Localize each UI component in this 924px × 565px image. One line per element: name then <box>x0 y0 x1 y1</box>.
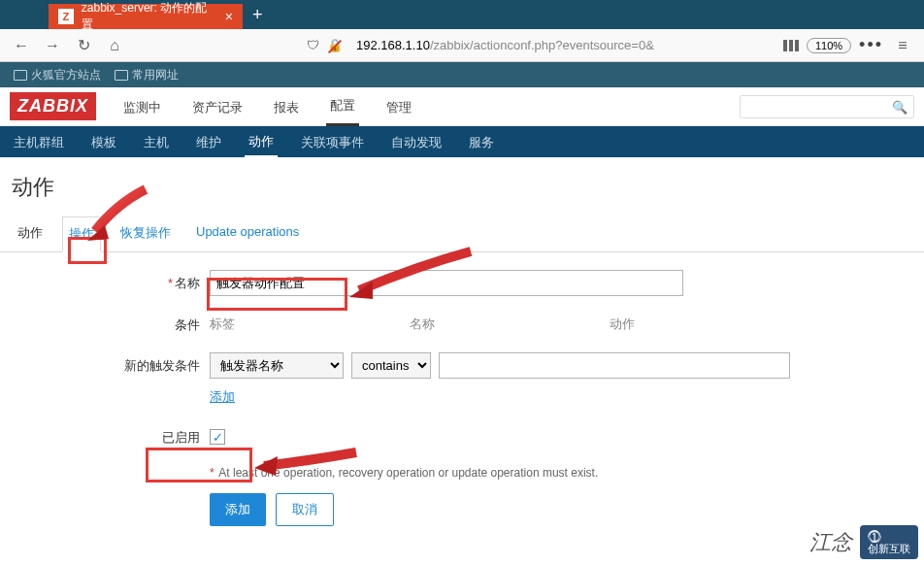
folder-icon <box>115 70 128 81</box>
forward-button[interactable]: → <box>41 34 64 57</box>
menu-icon[interactable]: ≡ <box>891 34 914 57</box>
search-input[interactable]: 🔍 <box>740 95 914 118</box>
url-domain: 192.168.1.10 <box>356 38 430 52</box>
insecure-lock-icon[interactable]: 🔒 <box>327 38 343 52</box>
conditions-label: 条件 <box>175 317 200 332</box>
condition-type-select[interactable]: 触发器名称 <box>210 352 344 379</box>
watermark-brand: ⓵创新互联 <box>860 525 918 559</box>
new-condition-label: 新的触发条件 <box>124 358 200 373</box>
hint-text: At least one operation, recovery operati… <box>218 466 598 480</box>
name-input[interactable] <box>210 270 683 296</box>
url-bar[interactable]: 192.168.1.10/zabbix/actionconf.php?event… <box>350 38 776 52</box>
page-actions-icon[interactable]: ••• <box>859 35 883 55</box>
nav-monitoring[interactable]: 监测中 <box>119 88 165 125</box>
tab-favicon: Z <box>58 9 74 24</box>
form-tabs: 动作 操作 恢复操作 Update operations <box>0 216 924 252</box>
add-condition-link[interactable]: 添加 <box>210 388 235 406</box>
subnav-templates[interactable]: 模板 <box>87 126 120 157</box>
bookmark-label: 常用网址 <box>132 67 179 83</box>
subnav-services[interactable]: 服务 <box>465 126 498 157</box>
condition-value-input[interactable] <box>439 352 790 379</box>
page-title: 动作 <box>0 157 924 216</box>
tab-update-operations[interactable]: Update operations <box>190 216 305 252</box>
tab-action[interactable]: 动作 <box>12 216 49 252</box>
enabled-checkbox[interactable]: ✓ <box>210 429 225 445</box>
cond-col-name: 名称 <box>410 316 435 333</box>
subnav-hostgroups[interactable]: 主机群组 <box>10 126 68 157</box>
app-content: ZABBIX 监测中 资产记录 报表 配置 管理 🔍 主机群组 模板 主机 维护… <box>0 87 924 565</box>
home-button[interactable]: ⌂ <box>103 34 126 57</box>
tab-operations[interactable]: 操作 <box>62 216 101 252</box>
main-nav: ZABBIX 监测中 资产记录 报表 配置 管理 🔍 <box>0 87 924 126</box>
reload-button[interactable]: ↻ <box>72 34 95 57</box>
zoom-badge[interactable]: 110% <box>807 38 851 53</box>
bookmark-label: 火狐官方站点 <box>31 67 101 83</box>
subnav-hosts[interactable]: 主机 <box>140 126 173 157</box>
subnav-maintenance[interactable]: 维护 <box>192 126 225 157</box>
browser-tab-strip: Z zabbix_server: 动作的配置 × + <box>0 0 924 29</box>
subnav-discovery[interactable]: 自动发现 <box>387 126 446 157</box>
browser-toolbar: ← → ↻ ⌂ 🛡 🔒 192.168.1.10/zabbix/actionco… <box>0 29 924 62</box>
tab-title: zabbix_server: 动作的配置 <box>82 0 217 33</box>
search-icon: 🔍 <box>892 100 908 115</box>
name-label: 名称 <box>175 276 200 290</box>
cancel-button[interactable]: 取消 <box>276 493 334 526</box>
bookmarks-bar: 火狐官方站点 常用网址 <box>0 62 924 87</box>
reader-mode-icon[interactable] <box>783 40 799 51</box>
nav-administration[interactable]: 管理 <box>382 88 415 125</box>
condition-op-select[interactable]: contains <box>351 352 431 379</box>
watermark-name: 江念 <box>809 528 852 557</box>
url-path: /zabbix/actionconf.php?eventsource=0& <box>430 38 654 52</box>
new-tab-button[interactable]: + <box>243 1 273 29</box>
add-button[interactable]: 添加 <box>210 493 266 526</box>
browser-tab[interactable]: Z zabbix_server: 动作的配置 × <box>49 4 243 29</box>
bookmark-item[interactable]: 火狐官方站点 <box>14 67 101 83</box>
watermark: 江念 ⓵创新互联 <box>809 525 918 559</box>
sub-nav: 主机群组 模板 主机 维护 动作 关联项事件 自动发现 服务 <box>0 126 924 157</box>
enabled-label: 已启用 <box>162 430 200 445</box>
nav-configuration[interactable]: 配置 <box>326 86 359 126</box>
subnav-actions[interactable]: 动作 <box>245 125 278 158</box>
subnav-correlation[interactable]: 关联项事件 <box>297 126 368 157</box>
tab-recovery-operations[interactable]: 恢复操作 <box>115 216 177 252</box>
cond-col-action: 动作 <box>610 316 635 333</box>
nav-inventory[interactable]: 资产记录 <box>188 88 247 125</box>
cond-col-tag: 标签 <box>210 316 235 333</box>
close-icon[interactable]: × <box>225 9 233 24</box>
logo[interactable]: ZABBIX <box>10 92 96 120</box>
nav-reports[interactable]: 报表 <box>270 88 303 125</box>
action-form: *名称 条件 标签 名称 动作 新的触发条件 触发器名称 contains <box>0 252 924 536</box>
bookmark-item[interactable]: 常用网址 <box>115 67 179 83</box>
shield-icon[interactable]: 🛡 <box>307 38 319 52</box>
folder-icon <box>14 70 27 81</box>
back-button[interactable]: ← <box>10 34 33 57</box>
